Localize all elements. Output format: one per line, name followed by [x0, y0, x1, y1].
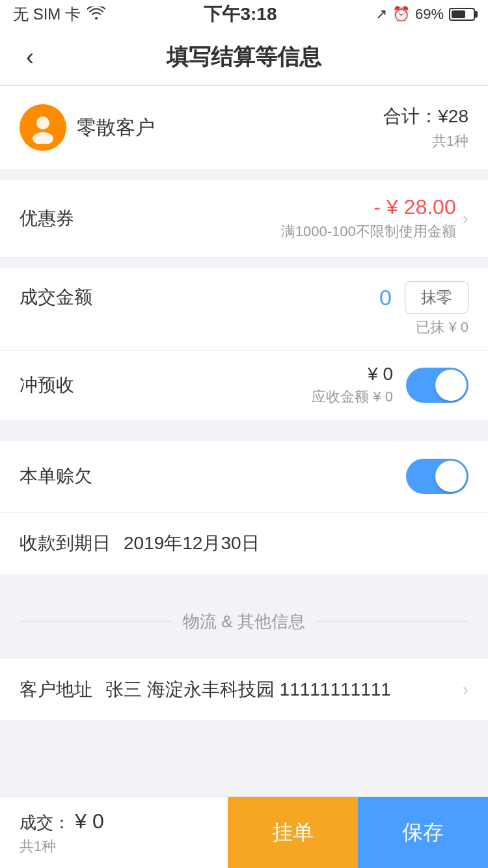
address-value: 张三 海淀永丰科技园 11111111111	[105, 677, 391, 702]
debt-label: 本单赊欠	[20, 464, 98, 489]
bottom-bar: 成交： ¥ 0 共1种 挂单 保存	[0, 796, 488, 868]
precollect-sub: 应收金额 ¥ 0	[312, 387, 393, 407]
amount-value[interactable]: 0	[379, 285, 392, 310]
debt-toggle-knob	[435, 461, 467, 492]
status-left: 无 SIM 卡	[13, 4, 105, 25]
address-row[interactable]: 客户地址 张三 海淀永丰科技园 11111111111 ›	[0, 659, 488, 720]
debt-section: 本单赊欠	[0, 441, 488, 513]
customer-right: 合计：¥28 共1种	[383, 104, 468, 151]
logistics-header: 物流 & 其他信息	[20, 610, 468, 633]
bottom-count: 共1种	[20, 837, 208, 856]
due-date-value: 2019年12月30日	[124, 531, 260, 556]
toggle-knob	[435, 370, 467, 401]
bottom-info: 成交： ¥ 0 共1种	[0, 809, 228, 856]
coupon-desc: 满1000-100不限制使用金额	[281, 222, 456, 241]
bottom-actions: 挂单 保存	[228, 797, 488, 868]
page-title: 填写结算等信息	[167, 42, 321, 72]
save-button[interactable]: 保存	[358, 797, 488, 868]
address-section: 客户地址 张三 海淀永丰科技园 11111111111 ›	[0, 659, 488, 720]
nav-bar: ‹ 填写结算等信息	[0, 29, 488, 86]
amount-controls: 0 抹零	[379, 281, 468, 314]
customer-total: 合计：¥28	[383, 104, 468, 129]
status-time: 下午3:18	[204, 2, 277, 27]
customer-name: 零散客户	[77, 115, 155, 141]
precollect-amounts: ¥ 0 应收金额 ¥ 0	[312, 364, 393, 407]
pending-button[interactable]: 挂单	[228, 797, 358, 868]
svg-point-1	[33, 132, 53, 144]
amount-sub: 已抹 ¥ 0	[20, 318, 468, 337]
round-button[interactable]: 抹零	[405, 281, 468, 314]
due-date-label: 收款到期日	[20, 531, 111, 556]
gray-divider-2	[0, 420, 488, 430]
battery-icon	[449, 8, 475, 21]
chevron-right-icon: ›	[463, 208, 468, 229]
debt-toggle[interactable]	[406, 459, 468, 494]
transaction-amount-row: 成交金额 0 抹零 已抹 ¥ 0	[0, 268, 488, 351]
deal-label: 成交：	[20, 813, 70, 832]
logistics-title: 物流 & 其他信息	[183, 610, 305, 633]
address-chevron-icon: ›	[463, 679, 468, 700]
content-area: 零散客户 合计：¥28 共1种 优惠券 - ¥ 28.00 满1000-100不…	[0, 86, 488, 868]
bottom-deal: 成交： ¥ 0	[20, 809, 208, 834]
precollect-label: 冲预收	[20, 373, 98, 398]
no-sim-text: 无 SIM 卡	[13, 4, 81, 25]
customer-count: 共1种	[383, 131, 468, 151]
status-bar: 无 SIM 卡 下午3:18 ↗ ⏰ 69%	[0, 0, 488, 29]
avatar	[20, 104, 66, 151]
coupon-right: - ¥ 28.00 满1000-100不限制使用金额 ›	[281, 195, 468, 241]
coupon-info: - ¥ 28.00 满1000-100不限制使用金额	[281, 195, 456, 241]
deal-amount: ¥ 0	[75, 809, 103, 833]
amount-top: 成交金额 0 抹零	[20, 281, 468, 314]
gray-divider-1	[0, 258, 488, 268]
customer-left: 零散客户	[20, 104, 155, 151]
location-icon: ↗	[375, 6, 387, 23]
alarm-icon: ⏰	[392, 6, 410, 23]
logistics-section: 物流 & 其他信息	[0, 595, 488, 649]
status-right: ↗ ⏰ 69%	[375, 6, 475, 23]
precollect-main: ¥ 0	[312, 364, 393, 385]
address-left: 客户地址 张三 海淀永丰科技园 11111111111	[20, 677, 391, 702]
precollect-right: ¥ 0 应收金额 ¥ 0	[312, 364, 468, 407]
address-label: 客户地址	[20, 677, 92, 702]
coupon-discount: - ¥ 28.00	[281, 195, 456, 219]
amount-label: 成交金额	[20, 285, 98, 310]
gray-divider-3	[0, 574, 488, 584]
coupon-label: 优惠券	[20, 206, 98, 231]
precollect-row: 冲预收 ¥ 0 应收金额 ¥ 0	[0, 351, 488, 420]
due-date-row: 收款到期日 2019年12月30日	[0, 513, 488, 574]
back-button[interactable]: ‹	[20, 37, 40, 77]
wifi-icon	[87, 5, 105, 23]
logistics-line-right	[316, 621, 468, 622]
battery-text: 69%	[415, 6, 444, 23]
precollect-toggle[interactable]	[406, 368, 468, 403]
customer-section: 零散客户 合计：¥28 共1种	[0, 86, 488, 169]
logistics-line-left	[20, 621, 172, 622]
coupon-row[interactable]: 优惠券 - ¥ 28.00 满1000-100不限制使用金额 ›	[0, 180, 488, 258]
svg-point-0	[36, 116, 49, 129]
